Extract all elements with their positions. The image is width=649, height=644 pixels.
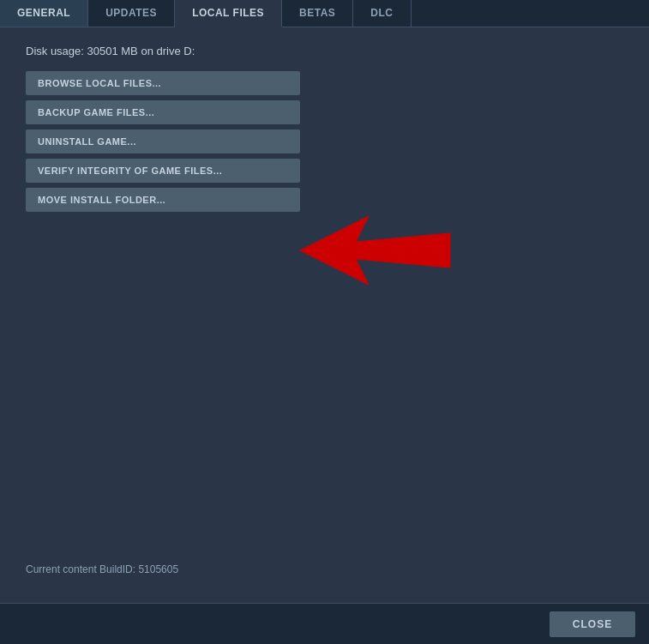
close-button[interactable]: CLOSE	[550, 611, 635, 637]
backup-game-files-button[interactable]: BACKUP GAME FILES...	[26, 100, 300, 124]
bottom-bar: CLOSE	[0, 603, 649, 644]
tab-local-files[interactable]: LOCAL FILES	[175, 0, 282, 27]
tab-general[interactable]: GENERAL	[0, 0, 88, 27]
main-window: GENERAL UPDATES LOCAL FILES BETAS DLC Di…	[0, 0, 649, 644]
disk-usage-label: Disk usage: 30501 MB on drive D:	[26, 45, 623, 57]
tab-updates[interactable]: UPDATES	[88, 0, 175, 27]
tab-bar: GENERAL UPDATES LOCAL FILES BETAS DLC	[0, 0, 649, 27]
move-install-folder-button[interactable]: MOVE INSTALL FOLDER...	[26, 188, 300, 212]
action-buttons: BROWSE LOCAL FILES... BACKUP GAME FILES.…	[26, 71, 300, 212]
browse-local-files-button[interactable]: BROWSE LOCAL FILES...	[26, 71, 300, 95]
build-id-label: Current content BuildID: 5105605	[26, 563, 623, 575]
content-area: Disk usage: 30501 MB on drive D: BROWSE …	[0, 27, 649, 603]
uninstall-game-button[interactable]: UNINSTALL GAME...	[26, 129, 300, 153]
verify-integrity-button[interactable]: VERIFY INTEGRITY OF GAME FILES...	[26, 159, 300, 183]
tab-dlc[interactable]: DLC	[353, 0, 411, 27]
tab-betas[interactable]: BETAS	[282, 0, 353, 27]
